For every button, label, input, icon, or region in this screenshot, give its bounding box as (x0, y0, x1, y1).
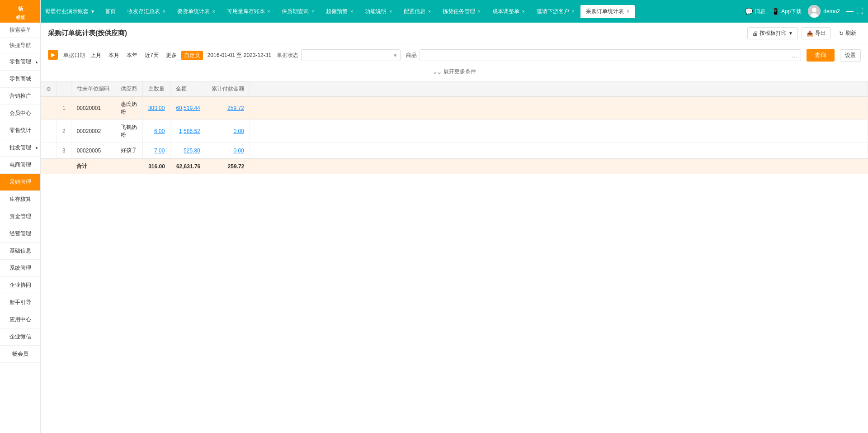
tab-expiry[interactable]: 保质期查询 × (276, 5, 320, 18)
tab-config[interactable]: 配置信息 × (398, 5, 436, 18)
date-filter-group: 单据日期 上月 本月 本年 近7天 更多 自定义 2016-01-01 至 20… (63, 51, 271, 60)
sidebar-item-quick[interactable]: 快捷导航 (0, 38, 40, 53)
tab-invite-downstream[interactable]: 邀请下游客户 × (531, 5, 580, 18)
sidebar-item-system[interactable]: 系统管理 (0, 260, 40, 277)
sidebar-item-search[interactable]: 搜索英单 (0, 23, 40, 38)
tab-close-icon[interactable]: × (268, 9, 270, 14)
sidebar-item-enterprise[interactable]: 企业协同 (0, 277, 40, 294)
sidebar-item-retail[interactable]: 零售管理 (0, 53, 40, 71)
tab-close-icon[interactable]: × (627, 9, 629, 14)
goods-dots-icon[interactable]: ... (792, 52, 797, 59)
maximize-icon[interactable]: ⛶ (856, 7, 863, 15)
tab-close-icon[interactable]: × (572, 9, 575, 14)
date-btn-last-month[interactable]: 上月 (88, 51, 104, 60)
account-dropdown[interactable]: 母婴行业演示账套 ▼ (45, 8, 95, 15)
footer-extra-cell (250, 158, 868, 174)
row-index: 2 (57, 120, 71, 143)
message-icon: 💬 (745, 8, 753, 15)
message-btn[interactable]: 💬 消息 (745, 8, 765, 15)
tab-pickup-task[interactable]: 拣货任务管理 × (437, 5, 486, 18)
sidebar-item-marketing[interactable]: 营销推广 (0, 88, 40, 105)
sidebar-item-member2[interactable]: 畅会员 (0, 346, 40, 363)
tab-goods-stat[interactable]: 要货单统计表 × (172, 5, 221, 18)
tab-home[interactable]: 首页 (99, 5, 121, 18)
row-amount[interactable]: 1,586.52 (170, 120, 206, 143)
status-filter-group: 单据状态 ▼ (277, 49, 401, 61)
tab-close-icon[interactable]: × (163, 9, 165, 14)
sidebar-item-basic[interactable]: 基础信息 (0, 243, 40, 260)
column-settings-icon[interactable]: ⚙ (46, 86, 51, 92)
row-paid-amount[interactable]: 259.72 (206, 97, 250, 120)
refresh-button[interactable]: ↻ 刷新 (835, 28, 861, 39)
sidebar-item-wechat[interactable]: 企业微信 (0, 328, 40, 346)
row-amount[interactable]: 60,519.44 (170, 97, 206, 120)
app-download-btn[interactable]: 📱 App下载 (772, 8, 802, 15)
tab-stock-account[interactable]: 可用量库存账本 × (222, 5, 276, 18)
row-settings-cell (41, 97, 57, 120)
status-select[interactable]: ▼ (301, 49, 401, 61)
print-button[interactable]: 🖨 按模板打印 ▼ (747, 27, 798, 39)
sidebar-item-newbie[interactable]: 新手引导 (0, 294, 40, 311)
tab-collect-send[interactable]: 收发存汇总表 × (122, 5, 171, 18)
filter-section: ▶ 单据日期 上月 本月 本年 近7天 更多 (41, 44, 868, 81)
sidebar-item-purchase[interactable]: 采购管理 (0, 174, 40, 191)
row-amount[interactable]: 525.80 (170, 143, 206, 159)
sidebar-item-operations[interactable]: 经营管理 (0, 225, 40, 243)
date-btn-this-month[interactable]: 本月 (106, 51, 122, 60)
sidebar-item-wholesale[interactable]: 批发管理 (0, 139, 40, 157)
tab-close-icon[interactable]: × (212, 9, 215, 14)
status-filter-label: 单据状态 (277, 52, 298, 59)
tab-close-icon[interactable]: × (522, 9, 525, 14)
footer-amount-cell: 62,631.76 (170, 158, 206, 174)
sidebar-item-inventory[interactable]: 库存核算 (0, 191, 40, 208)
footer-paid-cell: 259.72 (206, 158, 250, 174)
sidebar-item-retail-stat[interactable]: 零售统计 (0, 122, 40, 139)
row-quantity[interactable]: 6.00 (142, 120, 170, 143)
table-header-row: ⚙ 往来单位编码 供应商 主数量 金额 累计付款金额 (41, 81, 868, 97)
col-quantity-header: 主数量 (142, 81, 170, 97)
tab-cost-adjust[interactable]: 成本调整单 × (487, 5, 530, 18)
goods-select[interactable]: ... (420, 49, 801, 61)
tab-close-icon[interactable]: × (389, 9, 392, 14)
query-button[interactable]: 查询 (807, 49, 835, 62)
row-paid-amount[interactable]: 0.00 (206, 143, 250, 159)
filter-groups: 单据日期 上月 本月 本年 近7天 更多 自定义 2016-01-01 至 20… (63, 49, 861, 64)
sidebar-item-member[interactable]: 会员中心 (0, 105, 40, 122)
sidebar-item-retail-shop[interactable]: 零售商城 (0, 71, 40, 88)
settings-button[interactable]: 设置 (840, 49, 861, 62)
row-quantity[interactable]: 7.00 (142, 143, 170, 159)
date-btn-more[interactable]: 更多 (163, 51, 179, 60)
row-extra (250, 143, 868, 159)
expand-more-btn[interactable]: ⌄⌄ 展开更多条件 (428, 66, 481, 77)
user-profile[interactable]: demo2 (808, 5, 840, 18)
filter-toggle-btn[interactable]: ▶ (48, 50, 58, 60)
tab-close-icon[interactable]: × (350, 9, 353, 14)
date-btn-7days[interactable]: 近7天 (142, 51, 161, 60)
expand-row: ⌄⌄ 展开更多条件 (48, 66, 861, 77)
dropdown-arrow-icon: ▼ (90, 9, 95, 14)
topbar: 母婴行业演示账套 ▼ 首页 收发存汇总表 × 要货单统计表 × 可用量库存账本 … (41, 0, 868, 23)
minimize-icon[interactable]: — (846, 7, 854, 15)
export-button[interactable]: 📤 导出 (802, 27, 831, 39)
date-btn-this-year[interactable]: 本年 (124, 51, 140, 60)
sidebar-item-ecommerce[interactable]: 电商管理 (0, 157, 40, 174)
row-extra (250, 120, 868, 143)
tab-overstock[interactable]: 超储预警 × (321, 5, 359, 18)
tab-funcguide[interactable]: 功能说明 × (359, 5, 397, 18)
row-supplier: 飞鹤奶粉 (115, 120, 142, 143)
tab-close-icon[interactable]: × (428, 9, 431, 14)
status-select-arrow: ▼ (393, 53, 397, 58)
footer-settings-cell (41, 158, 57, 174)
download-icon: 📱 (772, 8, 779, 15)
table-row: 2 00020002 飞鹤奶粉 6.00 1,586.52 0.00 (41, 120, 868, 143)
date-btn-custom[interactable]: 自定义 (181, 51, 203, 60)
row-paid-amount[interactable]: 0.00 (206, 120, 250, 143)
col-extra (250, 81, 868, 97)
sidebar-item-appcenter[interactable]: 应用中心 (0, 311, 40, 328)
row-quantity[interactable]: 303.00 (142, 97, 170, 120)
main-area: 母婴行业演示账套 ▼ 首页 收发存汇总表 × 要货单统计表 × 可用量库存账本 … (41, 0, 868, 433)
tab-purchase-stat[interactable]: 采购订单统计表 × (580, 5, 635, 18)
sidebar-item-finance[interactable]: 资金管理 (0, 208, 40, 225)
tab-close-icon[interactable]: × (478, 9, 481, 14)
tab-close-icon[interactable]: × (311, 9, 314, 14)
